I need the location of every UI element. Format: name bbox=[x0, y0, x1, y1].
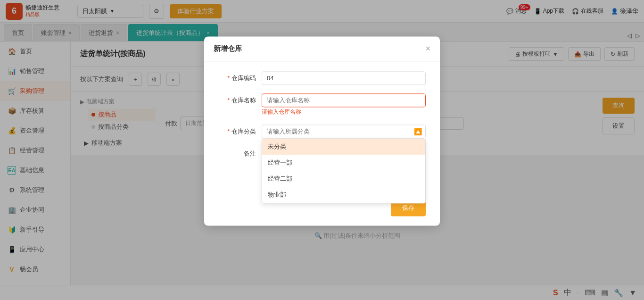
category-field-row: * 仓库分类 🔼 未分类 经营一部 经营二部 物业部 bbox=[218, 125, 426, 138]
modal-close-button[interactable]: × bbox=[425, 44, 430, 54]
dropdown-item-dept2[interactable]: 经营二部 bbox=[262, 171, 425, 187]
code-field bbox=[262, 71, 426, 85]
modal-header: 新增仓库 × bbox=[204, 36, 440, 62]
name-field: 请输入仓库名称 bbox=[262, 93, 426, 116]
name-field-row: * 仓库名称 请输入仓库名称 bbox=[218, 93, 426, 116]
notes-label: 备注 bbox=[218, 147, 256, 158]
dropdown-item-dept3[interactable]: 物业部 bbox=[262, 187, 425, 203]
name-label: * 仓库名称 bbox=[218, 93, 256, 105]
category-dropdown: 未分类 经营一部 经营二部 物业部 bbox=[262, 138, 426, 203]
category-input[interactable] bbox=[262, 125, 426, 138]
category-field: 🔼 未分类 经营一部 经营二部 物业部 bbox=[262, 125, 426, 138]
name-input[interactable] bbox=[262, 93, 426, 107]
new-warehouse-modal: 新增仓库 × * 仓库编码 * 仓库名称 请输入仓库名称 bbox=[204, 36, 440, 225]
category-label: * 仓库分类 bbox=[218, 125, 256, 136]
dropdown-item-uncategorized[interactable]: 未分类 bbox=[262, 139, 425, 155]
category-select-wrapper: 🔼 未分类 经营一部 经营二部 物业部 bbox=[262, 125, 426, 138]
code-input[interactable] bbox=[262, 71, 426, 85]
modal-body: * 仓库编码 * 仓库名称 请输入仓库名称 * 仓库分类 bbox=[204, 62, 440, 194]
name-error-msg: 请输入仓库名称 bbox=[262, 108, 426, 116]
code-label: * 仓库编码 bbox=[218, 71, 256, 83]
modal-title: 新增仓库 bbox=[214, 44, 242, 53]
dropdown-item-dept1[interactable]: 经营一部 bbox=[262, 155, 425, 171]
code-field-row: * 仓库编码 bbox=[218, 71, 426, 85]
